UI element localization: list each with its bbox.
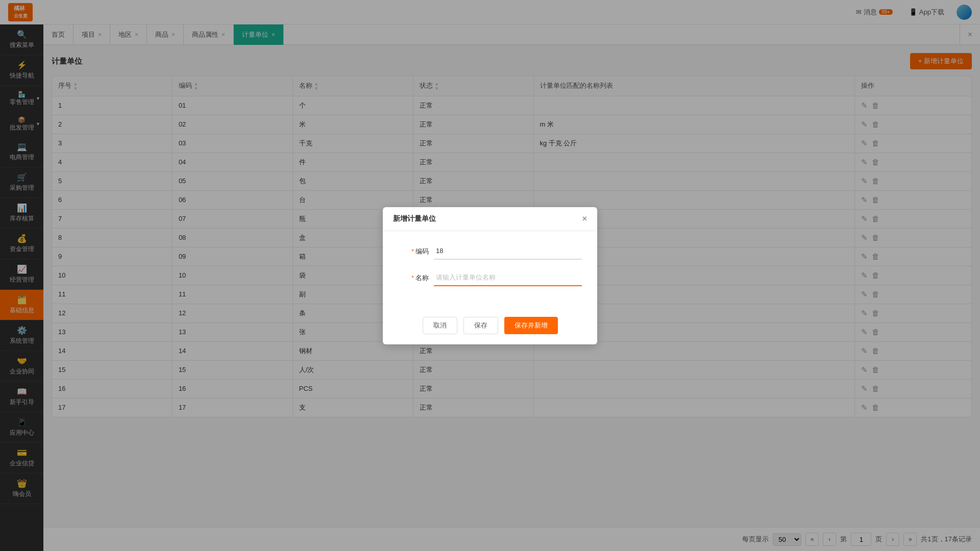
- modal-body: 编码 名称: [383, 231, 597, 309]
- modal-overlay: 新增计量单位 × 编码 名称 取消 保存 保存并新增: [0, 0, 980, 551]
- modal-title: 新增计量单位: [393, 214, 436, 223]
- name-input[interactable]: [434, 270, 582, 286]
- form-row-code: 编码: [398, 243, 582, 260]
- form-row-name: 名称: [398, 270, 582, 286]
- modal-close-button[interactable]: ×: [582, 214, 587, 223]
- save-button[interactable]: 保存: [463, 317, 498, 334]
- code-input[interactable]: [434, 243, 582, 260]
- modal: 新增计量单位 × 编码 名称 取消 保存 保存并新增: [383, 207, 597, 344]
- modal-footer: 取消 保存 保存并新增: [383, 309, 597, 344]
- cancel-button[interactable]: 取消: [423, 317, 457, 334]
- code-label: 编码: [398, 247, 429, 256]
- name-label: 名称: [398, 273, 429, 283]
- save-new-button[interactable]: 保存并新增: [504, 317, 558, 334]
- modal-header: 新增计量单位 ×: [383, 207, 597, 231]
